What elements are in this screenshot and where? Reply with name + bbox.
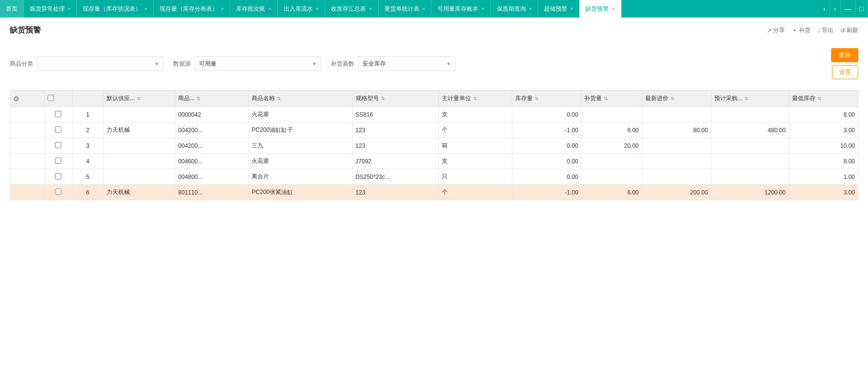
row-replenish-4 — [581, 169, 642, 185]
refresh-icon: ↺ — [840, 27, 845, 34]
data-source-select[interactable]: 可用量 ▼ — [195, 56, 321, 71]
tab-close-inout-flow[interactable]: × — [316, 6, 319, 12]
replenish-basis-chevron: ▼ — [446, 61, 451, 67]
tab-close-receive-summary[interactable]: × — [369, 6, 372, 12]
page-actions: ↗ 分享 ＋ 补货 ↓ 导出 ↺ 刷新 — [767, 26, 858, 35]
tab-inout-flow[interactable]: 出入库流水× — [278, 0, 325, 18]
share-btn[interactable]: ↗ 分享 — [767, 26, 785, 35]
supplier-sort-icon[interactable]: ⇅ — [137, 96, 141, 101]
filter-right-actions: 查询 设置 — [831, 48, 858, 79]
column-settings-icon[interactable]: ⚙ — [13, 95, 19, 103]
min-stock-sort-icon[interactable]: ⇅ — [817, 96, 821, 101]
row-min-stock-4: 1.00 — [789, 169, 858, 185]
th-latest-price-label: 最新进价 — [645, 94, 669, 103]
export-icon: ↓ — [817, 27, 820, 34]
tab-close-stock-status[interactable]: × — [144, 6, 147, 12]
row-checkbox-5[interactable] — [55, 189, 61, 195]
th-spec: 规格型号 ⇅ — [352, 90, 439, 107]
tab-close-batch-account[interactable]: × — [268, 6, 271, 12]
replenish-basis-select[interactable]: 安全库存 ▼ — [358, 56, 455, 71]
row-settings-4 — [10, 169, 45, 185]
replenish-sort-icon[interactable]: ⇅ — [604, 96, 608, 101]
tab-label-abnormal: 炼货异常处理 — [30, 5, 65, 13]
row-latest-price-4 — [642, 169, 711, 185]
tab-demand-stat[interactable]: 要货单统计表× — [379, 0, 432, 18]
row-latest-price-2 — [642, 138, 711, 154]
tab-expiry-query[interactable]: 保质期查询× — [491, 0, 538, 18]
row-est-purchase-2 — [711, 138, 789, 154]
tab-close-stockout[interactable]: × — [612, 6, 615, 12]
row-goods-code-3: 004600... — [175, 154, 249, 169]
refresh-btn[interactable]: ↺ 刷新 — [840, 26, 858, 35]
tab-home[interactable]: 首页 — [0, 0, 24, 18]
filter-bar: 商品分类 ▼ 数据源 可用量 ▼ 补货基数 安全库存 ▼ 查询 设置 — [10, 43, 858, 84]
th-no — [72, 90, 103, 107]
tab-overstock[interactable]: 超储预警× — [538, 0, 579, 18]
th-supplier: 默认供应... ⇅ — [103, 90, 175, 107]
minimize-btn[interactable]: — — [841, 0, 856, 18]
page-content: 缺货预警 ↗ 分享 ＋ 补货 ↓ 导出 ↺ 刷新 商品分类 — [0, 18, 868, 387]
row-checkbox-0[interactable] — [55, 111, 61, 117]
tab-label-stock-status: 现存量（库存状况表） — [83, 5, 141, 13]
tab-close-stock-dist[interactable]: × — [221, 6, 224, 12]
tab-batch-account[interactable]: 库存批次账× — [230, 0, 277, 18]
row-latest-price-1: 80.00 — [642, 123, 711, 138]
row-checkbox-3[interactable] — [55, 158, 61, 164]
prev-tab-btn[interactable]: ‹ — [819, 0, 830, 18]
tab-close-available-ledger[interactable]: × — [481, 6, 484, 12]
th-stock: 库存量 ⇅ — [512, 90, 581, 107]
query-button[interactable]: 查询 — [831, 48, 858, 62]
table-body: 1 0000042 火花塞 SS816 支 0.00 8.00 2 力天机械 0… — [10, 107, 858, 200]
select-all-checkbox[interactable] — [48, 95, 54, 101]
row-goods-name-1: PC200油缸缸子 — [249, 123, 352, 138]
row-est-purchase-3 — [711, 154, 789, 169]
maximize-btn[interactable]: □ — [856, 0, 868, 18]
row-goods-code-2: 004200... — [175, 138, 249, 154]
row-unit-5: 个 — [439, 185, 512, 200]
row-no-2: 3 — [72, 138, 103, 154]
settings-button[interactable]: 设置 — [832, 65, 858, 79]
row-stock-3: 0.00 — [512, 154, 581, 169]
tab-stockout[interactable]: 缺货预警× — [579, 0, 621, 18]
tab-close-expiry-query[interactable]: × — [529, 6, 532, 12]
page-title: 缺货预警 — [10, 25, 41, 35]
export-btn[interactable]: ↓ 导出 — [817, 26, 833, 35]
tab-stock-dist[interactable]: 现存量（库存分布表）× — [154, 0, 230, 18]
goods-name-sort-icon[interactable]: ⇅ — [277, 96, 281, 101]
row-checkbox-4[interactable] — [55, 173, 61, 179]
tab-label-overstock: 超储预警 — [544, 5, 567, 13]
row-supplier-1: 力天机械 — [103, 123, 175, 138]
tab-close-abnormal[interactable]: × — [68, 6, 71, 12]
row-unit-1: 个 — [439, 123, 512, 138]
row-check-4 — [45, 169, 72, 185]
tab-close-overstock[interactable]: × — [570, 6, 573, 12]
goods-category-select[interactable]: ▼ — [37, 56, 163, 71]
row-supplier-4 — [103, 169, 175, 185]
share-icon: ↗ — [767, 27, 772, 34]
tab-available-ledger[interactable]: 可用量库存账本× — [432, 0, 490, 18]
tab-close-demand-stat[interactable]: × — [422, 6, 425, 12]
row-spec-1: 123 — [352, 123, 439, 138]
tab-abnormal[interactable]: 炼货异常处理× — [24, 0, 77, 18]
est-purchase-sort-icon[interactable]: ⇅ — [744, 96, 748, 101]
th-unit-label: 主计量单位 — [442, 94, 471, 103]
row-checkbox-1[interactable] — [55, 126, 61, 133]
tab-stock-status[interactable]: 现存量（库存状况表）× — [77, 0, 153, 18]
row-checkbox-2[interactable] — [55, 142, 61, 148]
tab-receive-summary[interactable]: 收发存汇总表× — [325, 0, 378, 18]
th-goods-code: 商品... ⇅ — [175, 90, 249, 107]
row-supplier-5: 力天机械 — [103, 185, 175, 200]
th-goods-name-label: 商品名称 — [252, 94, 275, 103]
th-spec-label: 规格型号 — [356, 94, 379, 103]
spec-sort-icon[interactable]: ⇅ — [381, 96, 385, 101]
stock-sort-icon[interactable]: ⇅ — [535, 96, 539, 101]
unit-sort-icon[interactable]: ⇅ — [473, 96, 477, 101]
latest-price-sort-icon[interactable]: ⇅ — [670, 96, 674, 101]
replenish-btn[interactable]: ＋ 补货 — [792, 26, 811, 35]
next-tab-btn[interactable]: › — [830, 0, 841, 18]
th-supplier-label: 默认供应... — [107, 94, 135, 103]
table-header-row: ⚙ 默认供应... ⇅ 商品... ⇅ — [10, 90, 858, 107]
row-replenish-1: 6.00 — [581, 123, 642, 138]
goods-code-sort-icon[interactable]: ⇅ — [197, 96, 200, 101]
export-label: 导出 — [822, 26, 833, 35]
